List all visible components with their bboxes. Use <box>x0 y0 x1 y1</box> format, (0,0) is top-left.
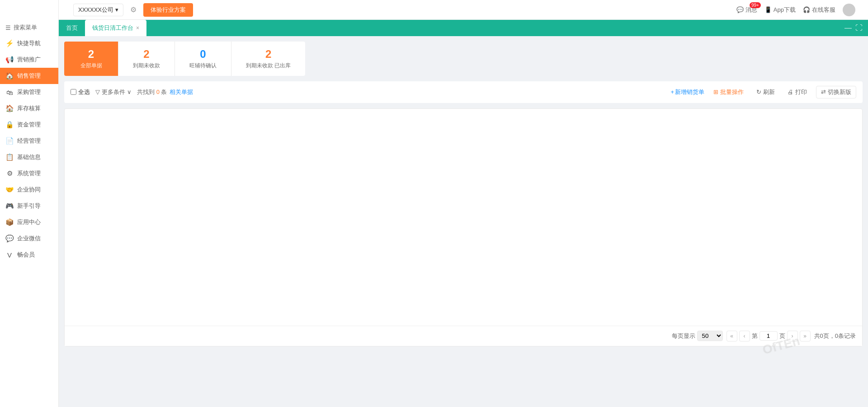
header-center: XXXXXX公司 ▾ ⚙ 体验行业方案 <box>64 3 736 17</box>
online-service-label: 在线客服 <box>812 6 835 14</box>
select-all-input[interactable] <box>71 89 76 95</box>
gear-icon: ⚙ <box>5 169 14 178</box>
experience-btn[interactable]: 体验行业方案 <box>143 3 193 17</box>
shipped-count: 2 <box>246 48 291 61</box>
print-btn[interactable]: 🖨 打印 <box>784 86 811 98</box>
tab-close-icon[interactable]: × <box>136 25 139 31</box>
sidebar-item-inventory[interactable]: 🏠 库存核算 <box>0 100 58 117</box>
sidebar-item-system[interactable]: ⚙ 系统管理 <box>0 165 58 182</box>
new-sales-btn[interactable]: + 新增销货单 <box>670 88 704 96</box>
overdue-label: 到期未收款 <box>133 62 160 70</box>
chevron-down-icon: ∨ <box>127 89 132 95</box>
message-icon: 💬 <box>736 6 744 13</box>
sidebar-item-finance[interactable]: 🔒 资金管理 <box>0 117 58 133</box>
doc-icon: 📄 <box>5 137 14 145</box>
filter-btn[interactable]: ▽ 更多条件 ∨ <box>95 88 132 96</box>
summary-card-all[interactable]: 2 全部单据 <box>64 42 118 76</box>
search-menu[interactable]: ☰ 搜索菜单 <box>0 20 58 35</box>
pagination: 每页显示 50 100 200 « ‹ 第 页 › » 共0页，0条记录 <box>65 326 862 346</box>
handshake-icon: 🤝 <box>5 186 14 194</box>
page-number-input[interactable] <box>760 331 778 341</box>
page-size-area: 每页显示 50 100 200 <box>672 331 723 341</box>
last-page-btn[interactable]: » <box>800 331 811 342</box>
summary-cards: 2 全部单据 2 到期未收款 0 旺辅待确认 2 到期未收款 已出库 <box>64 42 305 76</box>
filter-icon: ▽ <box>95 89 100 95</box>
nav-tabs: 首页 钱货日清工作台 × — ⛶ <box>59 20 868 36</box>
expand-icon[interactable]: ⛶ <box>855 24 863 32</box>
sidebar-item-apps[interactable]: 📦 应用中心 <box>0 214 58 230</box>
app-download-label: App下载 <box>774 6 796 14</box>
pending-count: 0 <box>189 48 217 61</box>
first-page-btn[interactable]: « <box>726 331 737 342</box>
sidebar-item-guide[interactable]: 🎮 新手引导 <box>0 198 58 214</box>
toolbar-left: 全选 ▽ 更多条件 ∨ 共找到 0 条 相关单据 <box>71 88 193 96</box>
summary-card-shipped[interactable]: 2 到期未收款 已出库 <box>231 42 305 76</box>
sidebar-item-basic[interactable]: 📋 基础信息 <box>0 149 58 165</box>
summary-card-pending[interactable]: 0 旺辅待确认 <box>175 42 231 76</box>
settings-icon[interactable]: ⚙ <box>127 4 140 16</box>
page-summary: 共0页，0条记录 <box>814 332 856 340</box>
company-name: XXXXXX公司 <box>78 6 113 14</box>
sidebar-label: 库存核算 <box>17 104 41 112</box>
sidebar-item-quick-nav[interactable]: ⚡ 快捷导航 <box>0 35 58 51</box>
sidebar: ☰ 搜索菜单 ⚡ 快捷导航 📢 营销推广 🏠 销售管理 🛍 采购管理 🏠 库存核… <box>0 0 59 407</box>
summary-card-overdue[interactable]: 2 到期未收款 <box>118 42 175 76</box>
sidebar-item-operations[interactable]: 📄 经营管理 <box>0 133 58 149</box>
tab-workbench[interactable]: 钱货日清工作台 × <box>85 20 146 36</box>
prev-page-btn[interactable]: ‹ <box>739 331 750 342</box>
toolbar-right: + 新增销货单 ⊞ 批量操作 ↻ 刷新 🖨 打印 ⇄ 切换新版 <box>670 86 856 98</box>
sidebar-label: 快捷导航 <box>17 39 41 47</box>
sidebar-item-wechat[interactable]: 💬 企业微信 <box>0 230 58 247</box>
tab-home[interactable]: 首页 <box>59 20 85 36</box>
search-icon: ☰ <box>5 24 11 31</box>
sidebar-label: 畅会员 <box>17 251 35 259</box>
sidebar-label: 系统管理 <box>17 169 41 178</box>
sidebar-item-cooperation[interactable]: 🤝 企业协同 <box>0 182 58 198</box>
top-header: 6 畅捷通好生意 标准版 XXXXXX公司 ▾ ⚙ 体验行业方案 💬 消息 99… <box>0 0 868 20</box>
print-icon: 🖨 <box>788 89 793 95</box>
select-all-checkbox[interactable]: 全选 <box>71 88 90 96</box>
chat-icon: 💬 <box>5 234 14 243</box>
sidebar-label: 资金管理 <box>17 121 41 129</box>
result-link[interactable]: 相关单据 <box>170 89 193 95</box>
batch-btn[interactable]: ⊞ 批量操作 <box>710 86 747 98</box>
new-sales-label: 新增销货单 <box>675 88 704 96</box>
sidebar-item-member[interactable]: V 畅会员 <box>0 247 58 263</box>
company-select[interactable]: XXXXXX公司 ▾ <box>73 4 123 16</box>
sidebar-label: 新手引导 <box>17 202 41 210</box>
house-icon: 🏠 <box>5 72 14 80</box>
page-word-di: 第 <box>752 332 758 340</box>
shipped-label: 到期未收款 已出库 <box>246 62 291 70</box>
sidebar-item-marketing[interactable]: 📢 营销推广 <box>0 51 58 68</box>
sidebar-item-sales[interactable]: 🏠 销售管理 <box>0 68 58 84</box>
vip-icon: V <box>5 251 14 259</box>
page-size-select[interactable]: 50 100 200 <box>697 331 723 341</box>
next-page-btn[interactable]: › <box>787 331 798 342</box>
game-icon: 🎮 <box>5 202 14 210</box>
overdue-count: 2 <box>133 48 160 61</box>
refresh-btn[interactable]: ↻ 刷新 <box>753 86 778 98</box>
user-avatar[interactable] <box>843 4 855 16</box>
switch-label: 切换新版 <box>828 88 851 96</box>
headset-icon: 🎧 <box>803 6 810 13</box>
sidebar-label: 基础信息 <box>17 153 41 161</box>
minimize-icon[interactable]: — <box>844 24 852 32</box>
sidebar-label: 采购管理 <box>17 88 41 96</box>
chevron-down-icon: ▾ <box>115 6 118 13</box>
switch-btn[interactable]: ⇄ 切换新版 <box>816 86 856 98</box>
batch-label: 批量操作 <box>720 88 744 96</box>
sidebar-item-purchase[interactable]: 🛍 采购管理 <box>0 84 58 100</box>
page-size-label: 每页显示 <box>672 332 695 340</box>
message-badge: 99+ <box>750 2 761 8</box>
message-action[interactable]: 💬 消息 99+ <box>736 6 757 14</box>
result-unit: 条 <box>161 89 167 95</box>
table-content <box>65 109 862 326</box>
refresh-icon: ↻ <box>756 89 761 95</box>
app-download-action[interactable]: 📱 App下载 <box>764 6 796 14</box>
lock-icon: 🔒 <box>5 121 14 129</box>
box-icon: 📦 <box>5 218 14 226</box>
sidebar-label: 销售管理 <box>17 72 41 80</box>
list-icon: 📋 <box>5 153 14 161</box>
main-content: 2 全部单据 2 到期未收款 0 旺辅待确认 2 到期未收款 已出库 全选 ▽ … <box>59 36 868 407</box>
online-service-action[interactable]: 🎧 在线客服 <box>803 6 835 14</box>
